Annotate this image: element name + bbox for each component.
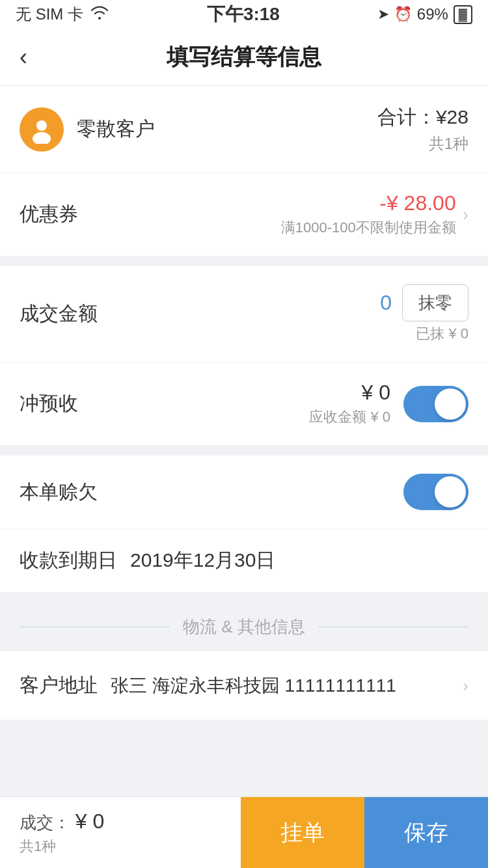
address-row[interactable]: 客户地址 张三 海淀永丰科技园 11111111111 ›: [0, 651, 488, 720]
hold-button[interactable]: 挂单: [241, 797, 364, 869]
status-bar: 无 SIM 卡 下午3:18 ➤ ⏰ 69% ▓: [0, 0, 488, 29]
divider-line-right: [318, 627, 468, 627]
transaction-value: 0: [380, 291, 392, 315]
svg-point-1: [33, 132, 51, 144]
customer-left: 零散客户: [20, 107, 155, 152]
transaction-sub-text: 已抹 ¥ 0: [380, 324, 468, 344]
carrier-text: 无 SIM 卡: [16, 4, 83, 25]
charge-label: 冲预收: [20, 390, 78, 417]
customer-section: 零散客户 合计：¥28 共1种 优惠券 -¥ 28.00 满1000-100不限…: [0, 86, 488, 256]
charge-toggle[interactable]: [403, 386, 468, 422]
transaction-section: 成交金额 0 抹零 已抹 ¥ 0 冲预收 ¥ 0 应收金额 ¥ 0: [0, 266, 488, 445]
address-chevron-icon: ›: [463, 675, 468, 696]
location-icon: ➤: [377, 6, 389, 23]
total-price: 合计：¥28: [377, 104, 468, 131]
due-date-value: 2019年12月30日: [130, 547, 275, 574]
logistics-label: 物流 & 其他信息: [170, 616, 318, 638]
back-button[interactable]: ‹: [13, 37, 34, 77]
debt-toggle[interactable]: [403, 474, 468, 510]
charge-right: ¥ 0 应收金额 ¥ 0: [309, 381, 468, 427]
due-date-row: 收款到期日 2019年12月30日: [0, 529, 488, 592]
coupon-description: 满1000-100不限制使用金额: [281, 218, 456, 237]
charge-row: 冲预收 ¥ 0 应收金额 ¥ 0: [0, 362, 488, 445]
charge-sub-text: 应收金额 ¥ 0: [309, 407, 390, 427]
transaction-label: 成交金额: [20, 301, 98, 327]
page-title: 填写结算等信息: [167, 42, 321, 72]
bottom-trade-amount: ¥ 0: [75, 809, 104, 833]
nav-bar: ‹ 填写结算等信息: [0, 29, 488, 86]
transaction-row: 成交金额 0 抹零 已抹 ¥ 0: [0, 266, 488, 362]
debt-row: 本单赊欠: [0, 455, 488, 529]
logistics-divider: 物流 & 其他信息: [0, 603, 488, 651]
round-button[interactable]: 抹零: [402, 284, 468, 321]
status-time: 下午3:18: [207, 2, 280, 27]
address-value: 张三 海淀永丰科技园 11111111111: [111, 673, 463, 698]
customer-right: 合计：¥28 共1种: [377, 104, 468, 154]
customer-row: 零散客户 合计：¥28 共1种: [0, 86, 488, 172]
bottom-bar: 成交： ¥ 0 共1种 挂单 保存: [0, 796, 488, 868]
coupon-right: -¥ 28.00 满1000-100不限制使用金额 ›: [281, 191, 468, 237]
debt-section: 本单赊欠 收款到期日 2019年12月30日: [0, 455, 488, 592]
bottom-count: 共1种: [20, 837, 221, 856]
debt-label: 本单赊欠: [20, 479, 98, 506]
divider-line-left: [20, 627, 170, 627]
wifi-icon: [90, 5, 109, 23]
due-date-label: 收款到期日: [20, 547, 117, 574]
charge-main-amount: ¥ 0: [309, 381, 390, 405]
customer-name: 零散客户: [77, 116, 155, 142]
charge-amounts: ¥ 0 应收金额 ¥ 0: [309, 381, 390, 427]
chevron-right-icon: ›: [463, 204, 468, 225]
bottom-trade-info: 成交： ¥ 0: [20, 809, 221, 834]
bottom-trade-label: 成交：: [20, 813, 70, 832]
coupon-label: 优惠券: [20, 201, 78, 228]
status-right: ➤ ⏰ 69% ▓: [377, 5, 472, 24]
total-count: 共1种: [377, 133, 468, 154]
battery-icon: ▓: [454, 5, 472, 24]
address-label: 客户地址: [20, 672, 98, 699]
transaction-right: 0 抹零: [380, 284, 468, 321]
coupon-discount: -¥ 28.00: [281, 191, 456, 215]
battery-text: 69%: [417, 5, 448, 23]
save-button[interactable]: 保存: [364, 797, 488, 869]
address-section: 客户地址 张三 海淀永丰科技园 11111111111 ›: [0, 651, 488, 720]
bottom-info: 成交： ¥ 0 共1种: [0, 809, 241, 856]
svg-point-0: [36, 120, 47, 131]
avatar: [20, 107, 64, 152]
coupon-row[interactable]: 优惠券 -¥ 28.00 满1000-100不限制使用金额 ›: [0, 172, 488, 256]
alarm-icon: ⏰: [394, 6, 412, 23]
status-left: 无 SIM 卡: [16, 4, 109, 25]
